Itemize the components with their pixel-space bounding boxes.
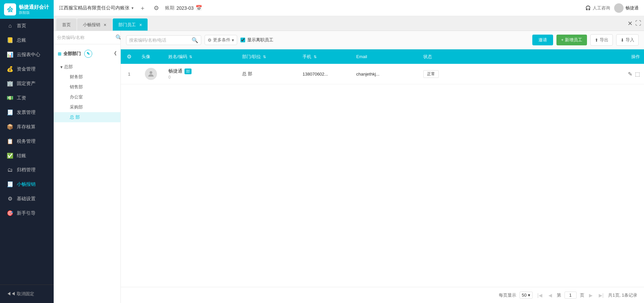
last-page-button[interactable]: ▶| bbox=[597, 293, 605, 298]
col-phone[interactable]: 手机 ⇅ bbox=[299, 49, 352, 64]
sidebar-item-invoice[interactable]: 🧾 发票管理 bbox=[0, 105, 54, 120]
add-tab-button[interactable]: ＋ bbox=[138, 4, 148, 12]
calendar-icon[interactable]: 📅 bbox=[196, 5, 202, 11]
tab-home[interactable]: 首页 bbox=[56, 18, 76, 31]
sidebar-item-guide[interactable]: 🎯 新手引导 bbox=[0, 206, 54, 220]
toolbar: 🔍 ⚙ 更多条件 ▾ 显示离职员工 邀请 + 新增员工 ⬆ 导出 bbox=[121, 31, 644, 49]
status-badge: 正常 bbox=[423, 70, 439, 78]
table-header-row: ⚙ 头像 姓名/编码 ⇅ 部门/职位 ⇅ bbox=[121, 49, 644, 64]
search-icon[interactable]: 🔍 bbox=[192, 37, 198, 43]
col-actions: 操作 bbox=[480, 49, 644, 64]
export-icon: ⬆ bbox=[595, 38, 598, 43]
col-dept[interactable]: 部门/职位 ⇅ bbox=[238, 49, 299, 64]
edit-button[interactable]: ✎ bbox=[628, 71, 632, 77]
sidebar-item-tax[interactable]: 📋 税务管理 bbox=[0, 134, 54, 148]
sidebar-label-assets: 固定资产 bbox=[17, 81, 36, 87]
topbar-settings-icon[interactable]: ⚙ bbox=[152, 4, 161, 12]
dept-tree: ⊞ 全部部门 ✎ 《 ▾ 总部 财务部 销售部 bbox=[54, 44, 120, 303]
sidebar-label-settings: 基础设置 bbox=[17, 196, 36, 202]
filter-button[interactable]: ⚙ 更多条件 ▾ bbox=[205, 35, 237, 45]
first-page-button[interactable]: |◀ bbox=[536, 293, 544, 298]
sidebar-item-assets[interactable]: 🏢 固定资产 bbox=[0, 76, 54, 91]
all-departments-item[interactable]: ⊞ 全部部门 ✎ 《 bbox=[54, 47, 120, 60]
sidebar-item-home[interactable]: ⌂ 首页 bbox=[0, 19, 54, 33]
sidebar-item-ledger[interactable]: 📒 总账 bbox=[0, 33, 54, 47]
sidebar-item-inventory[interactable]: 📦 库存核算 bbox=[0, 120, 54, 134]
sidebar-item-funds[interactable]: 💰 资金管理 bbox=[0, 62, 54, 76]
dept-child-finance[interactable]: 财务部 bbox=[54, 72, 120, 82]
col-phone-label: 手机 bbox=[303, 54, 311, 59]
topbar: 江西服宝精品有限责任公司内账张 ▾ ＋ ⚙ 账期 2023-03 📅 🎧 人工咨… bbox=[54, 0, 644, 16]
sidebar-label-guide: 新手引导 bbox=[17, 210, 36, 216]
show-resigned-input[interactable] bbox=[240, 38, 245, 42]
cell-avatar bbox=[138, 64, 164, 84]
tabs-actions: ✕ ⛶ bbox=[628, 20, 641, 27]
support-button[interactable]: 🎧 人工咨询 bbox=[585, 5, 610, 11]
settings-icon[interactable]: ⚙ bbox=[127, 54, 131, 59]
all-dept-label: 全部部门 bbox=[63, 51, 81, 57]
close-tab-employees-icon[interactable]: × bbox=[139, 22, 142, 28]
dept-search-icon[interactable]: 🔍 bbox=[115, 34, 121, 41]
dept-parent-headquarter[interactable]: ▾ 总部 bbox=[54, 62, 120, 72]
sidebar-label-funds: 资金管理 bbox=[17, 66, 36, 72]
dept-search-input[interactable] bbox=[57, 35, 113, 40]
dept-child-procurement[interactable]: 采购部 bbox=[54, 102, 120, 112]
invite-button[interactable]: 邀请 bbox=[532, 35, 553, 45]
reports-icon: 📊 bbox=[7, 51, 13, 58]
sidebar-item-salary[interactable]: 💵 工资 bbox=[0, 91, 54, 105]
sidebar-item-expense[interactable]: 🧾 小畅报销 bbox=[0, 177, 54, 191]
cell-actions: ✎ ⬚ bbox=[480, 64, 644, 84]
checkout-icon: ✅ bbox=[7, 153, 13, 159]
logo-icon: 会 bbox=[4, 3, 16, 15]
tabs-bar: 首页 小畅报销 × 部门员工 × ✕ ⛶ bbox=[54, 16, 644, 31]
col-email: Email bbox=[352, 49, 419, 64]
tab-employees[interactable]: 部门员工 × bbox=[113, 18, 148, 31]
per-page-select[interactable]: 50 ▾ bbox=[520, 292, 533, 299]
chevron-down-icon: ▾ bbox=[131, 6, 133, 10]
dept-sales-label: 销售部 bbox=[70, 84, 83, 89]
sort-dept-icon: ⇅ bbox=[263, 55, 266, 59]
add-employee-button[interactable]: + 新增员工 bbox=[556, 35, 587, 45]
company-selector[interactable]: 江西服宝精品有限责任公司内账张 ▾ bbox=[59, 5, 133, 11]
sidebar: 会 畅捷通好会计 旗舰版 ⌂ 首页 📒 总账 📊 云报表中心 💰 资金管理 🏢 … bbox=[0, 0, 54, 303]
guide-icon: 🎯 bbox=[7, 210, 13, 216]
close-tab-expense-icon[interactable]: × bbox=[104, 22, 106, 28]
sidebar-item-settings[interactable]: ⚙ 基础设置 bbox=[0, 191, 54, 206]
show-resigned-checkbox[interactable]: 显示离职员工 bbox=[240, 37, 273, 43]
dept-edit-icon[interactable]: ✎ bbox=[84, 50, 92, 58]
col-name[interactable]: 姓名/编码 ⇅ bbox=[164, 49, 238, 64]
sidebar-item-checkout[interactable]: ✅ 结账 bbox=[0, 148, 54, 163]
dept-child-sales[interactable]: 销售部 bbox=[54, 82, 120, 92]
export-button[interactable]: ⬆ 导出 bbox=[590, 34, 613, 46]
tab-expense-label: 小畅报销 bbox=[83, 22, 100, 28]
sidebar-item-reports[interactable]: 📊 云报表中心 bbox=[0, 47, 54, 62]
import-button[interactable]: ⬇ 导入 bbox=[616, 34, 639, 46]
sidebar-item-archive[interactable]: 🗂 归档管理 bbox=[0, 163, 54, 177]
sidebar-bottom: ◀◀ 取消固定 bbox=[0, 285, 54, 303]
page-input[interactable] bbox=[565, 292, 577, 299]
prev-page-button[interactable]: ◀ bbox=[547, 293, 553, 298]
close-window-icon[interactable]: ✕ bbox=[628, 20, 633, 27]
sidebar-label-archive: 归档管理 bbox=[17, 167, 36, 173]
expand-window-icon[interactable]: ⛶ bbox=[635, 20, 641, 27]
tab-home-label: 首页 bbox=[62, 22, 71, 28]
salary-icon: 💵 bbox=[7, 95, 13, 101]
col-status: 状态 bbox=[419, 49, 480, 64]
company-name: 江西服宝精品有限责任公司内账张 bbox=[59, 5, 129, 11]
expand-icon: ▾ bbox=[60, 64, 63, 70]
dept-collapse-icon[interactable]: 《 bbox=[112, 51, 116, 57]
funds-icon: 💰 bbox=[7, 66, 13, 72]
dept-child-general[interactable]: 总 部 bbox=[54, 112, 120, 122]
unpin-button[interactable]: ◀◀ 取消固定 bbox=[0, 288, 54, 300]
employee-table-wrap: ⚙ 头像 姓名/编码 ⇅ 部门/职位 ⇅ bbox=[121, 49, 644, 287]
tab-expense[interactable]: 小畅报销 × bbox=[77, 18, 112, 31]
dept-child-office[interactable]: 办公室 bbox=[54, 92, 120, 102]
user-menu[interactable]: 畅捷通 bbox=[614, 3, 639, 13]
employee-name-text: 畅捷通 bbox=[168, 68, 182, 74]
logout-button[interactable]: ⬚ bbox=[635, 71, 640, 77]
next-page-button[interactable]: ▶ bbox=[588, 293, 594, 298]
cell-status: 正常 bbox=[419, 64, 480, 84]
dept-finance-label: 财务部 bbox=[70, 74, 83, 79]
search-input[interactable] bbox=[129, 38, 190, 43]
employee-code: 0 bbox=[168, 75, 234, 80]
